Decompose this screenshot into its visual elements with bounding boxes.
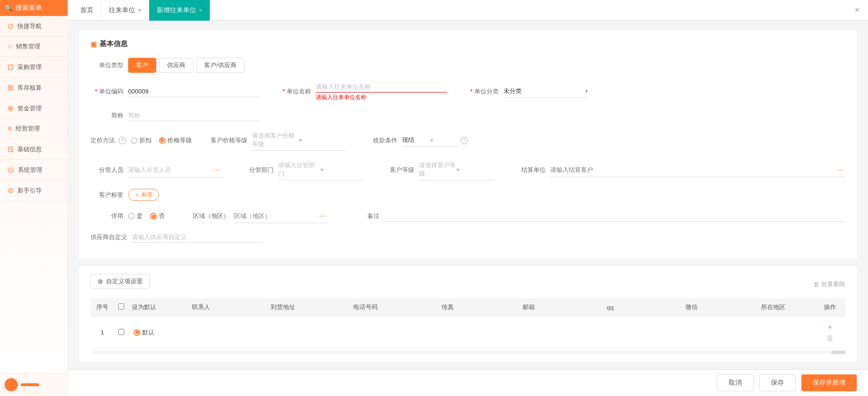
customer-price-level-field[interactable]: 请选择客户价格等级 ▾ (252, 130, 346, 151)
sidebar-item-guide[interactable]: ⊘ 新手引导 (0, 180, 68, 201)
col-contact: 联系人 (160, 298, 242, 317)
unit-name-field: 请输入往来单位名称 (316, 81, 447, 101)
customer-price-level-placeholder: 请选择客户价格等级 (252, 132, 299, 148)
dept-label: 分管部门 (241, 166, 278, 174)
row-default-radio[interactable]: 默认 (132, 328, 156, 337)
sidebar-item-sales[interactable]: ○ 销售管理 (0, 37, 68, 57)
remark-input[interactable] (384, 212, 845, 219)
section-title-text: 基本信息 (99, 39, 128, 48)
row-wechat[interactable] (651, 317, 732, 349)
row-email-input[interactable] (492, 329, 566, 336)
cancel-button[interactable]: 取消 (717, 374, 754, 391)
unit-name-input[interactable] (316, 81, 447, 93)
sidebar-item-operations[interactable]: ≡ 经营管理 (0, 119, 68, 139)
unit-type-label: 单位类型 (91, 61, 128, 70)
search-menu[interactable]: 🔍 搜索菜单 (0, 0, 68, 16)
btn-both[interactable]: 客户/供应商 (196, 58, 244, 73)
unit-category-field[interactable]: 未分类 ▾ (503, 85, 588, 98)
settlement-more-btn[interactable]: ··· (835, 165, 845, 175)
dept-arrow: ▾ (320, 166, 363, 173)
unit-code-input[interactable] (128, 86, 259, 97)
tabbar-close-all[interactable]: × (851, 5, 863, 15)
payment-condition-field[interactable]: 现结 ▾ (402, 134, 458, 147)
row-contact-input[interactable] (164, 329, 238, 336)
row-email[interactable] (488, 317, 570, 349)
manager-label: 分管人员 (91, 166, 128, 174)
save-new-button[interactable]: 保存并新增 (801, 374, 857, 391)
tab-new-partner-close[interactable]: × (199, 7, 202, 14)
abbr-label: 简称 (91, 111, 128, 120)
add-tag-label: 标签 (142, 191, 153, 199)
row-region[interactable] (732, 317, 815, 349)
sidebar-item-label: 采购管理 (17, 63, 42, 71)
col-action: 操作 (815, 298, 845, 317)
row-checkbox[interactable] (118, 329, 124, 335)
row-default: 默认 (128, 317, 160, 349)
save-button[interactable]: 保存 (759, 374, 796, 391)
radio-yes[interactable]: 是 (128, 212, 143, 220)
manager-field: ··· (128, 163, 222, 178)
tab-partners[interactable]: 往来单位 × (101, 0, 149, 21)
unit-category-arrow: ▾ (585, 88, 588, 94)
payment-help-icon[interactable]: ? (460, 137, 468, 144)
dept-field[interactable]: 请输入分管部门 ▾ (278, 159, 363, 180)
settlement-unit-input[interactable] (550, 166, 835, 173)
pricing-help-icon[interactable]: ? (119, 137, 126, 144)
select-all-checkbox[interactable] (118, 303, 124, 310)
row-contact[interactable] (160, 317, 242, 349)
unit-code-name-row: 单位编码 单位名称 请输入往来单位名称 单位分类 未分类 ▾ (91, 81, 845, 101)
tab-home[interactable]: 首页 (73, 0, 101, 21)
search-menu-label: 搜索菜单 (15, 4, 42, 12)
customer-level-field[interactable]: 请选择客户等级 ▾ (419, 159, 494, 180)
col-region: 所在地区 (732, 298, 815, 317)
radio-no[interactable]: 否 (150, 212, 165, 220)
sidebar-item-basic[interactable]: ⊟ 基础信息 (0, 139, 68, 160)
sidebar-bottom (0, 373, 68, 396)
row-phone-input[interactable] (328, 329, 403, 336)
custom-settings-button[interactable]: ⚙ 自定义项设置 (91, 274, 150, 289)
supplier-custom-input[interactable] (132, 232, 263, 243)
row-add-btn[interactable]: ＋ (824, 321, 836, 333)
unit-category-label: 单位分类 (466, 87, 503, 96)
row-region-input[interactable] (736, 329, 811, 336)
row-address[interactable] (242, 317, 325, 349)
radio-price-level[interactable]: 价格等级 (159, 136, 192, 145)
system-icon: ◎ (8, 165, 14, 174)
row-wechat-input[interactable] (655, 329, 729, 336)
payment-condition-label: 收款条件 (365, 136, 402, 145)
btn-supplier[interactable]: 供应商 (159, 58, 193, 73)
sidebar-item-purchase[interactable]: ⊡ 采购管理 (0, 57, 68, 78)
radio-discount[interactable]: 折扣 (131, 136, 152, 145)
sidebar-item-quick-nav[interactable]: ⊙ 快捷导航 (0, 16, 68, 37)
tab-new-partner[interactable]: 新增往来单位 × (149, 0, 210, 21)
col-email: 邮箱 (488, 298, 570, 317)
region-input[interactable] (234, 212, 317, 219)
abbr-input[interactable] (128, 110, 259, 121)
sidebar-item-finance[interactable]: ⊕ 资金管理 (0, 98, 68, 119)
quick-nav-icon: ⊙ (8, 22, 14, 31)
btn-customer[interactable]: 客户 (128, 58, 156, 73)
manager-more-btn[interactable]: ··· (211, 165, 222, 175)
row-fax[interactable] (407, 317, 488, 349)
sidebar-item-system[interactable]: ◎ 系统管理 (0, 160, 68, 180)
row-seq: 1 (91, 317, 114, 349)
row-qq[interactable] (570, 317, 651, 349)
region-more-btn[interactable]: ··· (317, 211, 328, 221)
page-content: ▣ 基本信息 单位类型 客户 供应商 客户/供应商 单位编码 单位名称 (68, 21, 868, 369)
radio-no-label: 否 (159, 212, 165, 220)
col-fax: 传真 (407, 298, 488, 317)
tab-partners-close[interactable]: × (138, 7, 141, 14)
sidebar-item-inventory[interactable]: ⊞ 库存核算 (0, 78, 68, 98)
radio-price-level-label: 价格等级 (168, 136, 192, 145)
col-address: 到货地址 (242, 298, 325, 317)
row-fax-input[interactable] (411, 329, 485, 336)
row-phone[interactable] (324, 317, 407, 349)
row-qq-input[interactable] (573, 329, 647, 336)
manager-input[interactable] (128, 164, 211, 175)
row-delete-btn[interactable]: 🗑 (824, 333, 836, 343)
add-tag-button[interactable]: ＋ 标签 (128, 189, 159, 201)
row-address-input[interactable] (246, 329, 321, 336)
payment-condition-arrow: ▾ (430, 137, 458, 144)
batch-delete-btn[interactable]: 🗑 批量删除 (813, 280, 845, 288)
contact-table: 序号 设为默认 联系人 到货地址 电话号码 传真 邮箱 qq 微信 所在地区 操… (91, 298, 845, 349)
